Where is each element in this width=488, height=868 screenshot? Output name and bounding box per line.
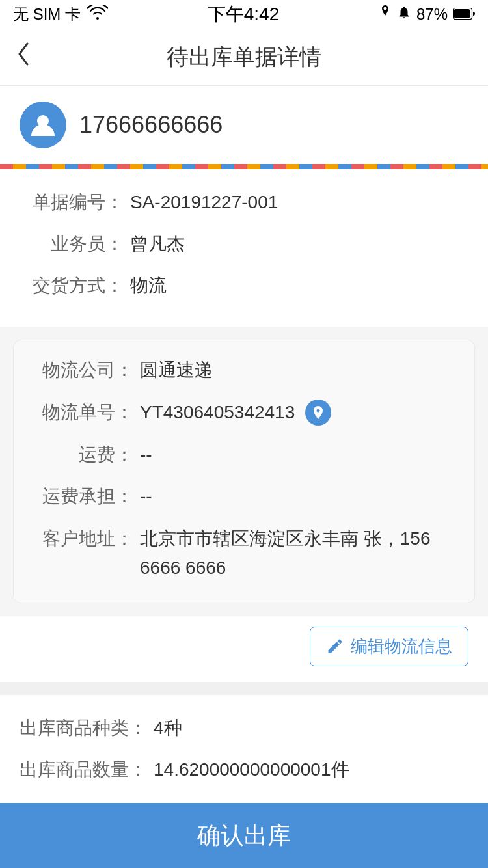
battery-icon: [453, 5, 475, 23]
goods-type-value: 4种: [147, 714, 468, 742]
document-number-label: 单据编号：: [20, 189, 124, 216]
freight-row: 运费： --: [29, 441, 459, 470]
user-section: 17666666666: [0, 86, 488, 164]
freight-bearer-label: 运费承担：: [29, 482, 133, 511]
wifi-icon: [87, 5, 108, 23]
dashed-divider: [0, 164, 488, 169]
document-number-value: SA-20191227-001: [124, 189, 468, 216]
user-phone: 17666666666: [79, 111, 223, 139]
sales-person-row: 业务员： 曾凡杰: [20, 230, 468, 258]
sales-person-label: 业务员：: [20, 230, 124, 258]
location-service-icon: [379, 5, 392, 23]
freight-bearer-value: --: [133, 482, 459, 511]
goods-type-row: 出库商品种类： 4种: [20, 714, 468, 742]
status-time: 下午4:42: [208, 2, 280, 27]
edit-logistics-label: 编辑物流信息: [351, 635, 452, 658]
basic-info-section: 单据编号： SA-20191227-001 业务员： 曾凡杰 交货方式： 物流: [0, 169, 488, 327]
section-divider: [0, 682, 488, 695]
back-button[interactable]: [16, 41, 31, 73]
logistics-company-row: 物流公司： 圆通速递: [29, 356, 459, 385]
logistics-company-value: 圆通速递: [133, 356, 459, 385]
sales-person-value: 曾凡杰: [124, 230, 468, 258]
delivery-method-row: 交货方式： 物流: [20, 272, 468, 299]
document-number-row: 单据编号： SA-20191227-001: [20, 189, 468, 216]
tracking-number: YT4306405342413: [140, 398, 295, 427]
address-label: 客户地址：: [29, 524, 133, 554]
freight-value: --: [133, 441, 459, 470]
address-value: 北京市市辖区海淀区永丰南 张，156 6666 6666: [133, 524, 459, 583]
tracking-label: 物流单号：: [29, 398, 133, 427]
confirm-button[interactable]: 确认出库: [0, 803, 488, 868]
address-row: 客户地址： 北京市市辖区海淀区永丰南 张，156 6666 6666: [29, 524, 459, 583]
page-title: 待出库单据详情: [167, 42, 321, 72]
logistics-card: 物流公司： 圆通速递 物流单号： YT4306405342413 运费： -- …: [13, 340, 475, 603]
avatar: [20, 102, 66, 148]
edit-logistics-button[interactable]: 编辑物流信息: [310, 627, 468, 666]
goods-quantity-label: 出库商品数量：: [20, 756, 147, 783]
delivery-method-value: 物流: [124, 272, 468, 299]
goods-quantity-row: 出库商品数量： 14.620000000000001件: [20, 756, 468, 783]
svg-rect-1: [454, 9, 470, 18]
goods-type-label: 出库商品种类：: [20, 714, 147, 742]
delivery-method-label: 交货方式：: [20, 272, 124, 299]
tracking-value: YT4306405342413: [133, 398, 459, 427]
freight-label: 运费：: [29, 441, 133, 470]
freight-bearer-row: 运费承担： --: [29, 482, 459, 511]
status-left: 无 SIM 卡: [13, 4, 108, 25]
nav-bar: 待出库单据详情: [0, 29, 488, 86]
status-bar: 无 SIM 卡 下午4:42 87%: [0, 0, 488, 29]
alarm-icon: [397, 5, 411, 23]
logistics-company-label: 物流公司：: [29, 356, 133, 385]
goods-section: 出库商品种类： 4种 出库商品数量： 14.620000000000001件: [0, 695, 488, 811]
battery-text: 87%: [416, 5, 448, 23]
confirm-label: 确认出库: [197, 820, 291, 852]
map-location-icon[interactable]: [305, 400, 331, 426]
status-right: 87%: [379, 5, 475, 23]
goods-quantity-value: 14.620000000000001件: [147, 756, 468, 783]
tracking-row: 物流单号： YT4306405342413: [29, 398, 459, 427]
carrier-text: 无 SIM 卡: [13, 4, 81, 25]
edit-btn-row: 编辑物流信息: [0, 616, 488, 682]
